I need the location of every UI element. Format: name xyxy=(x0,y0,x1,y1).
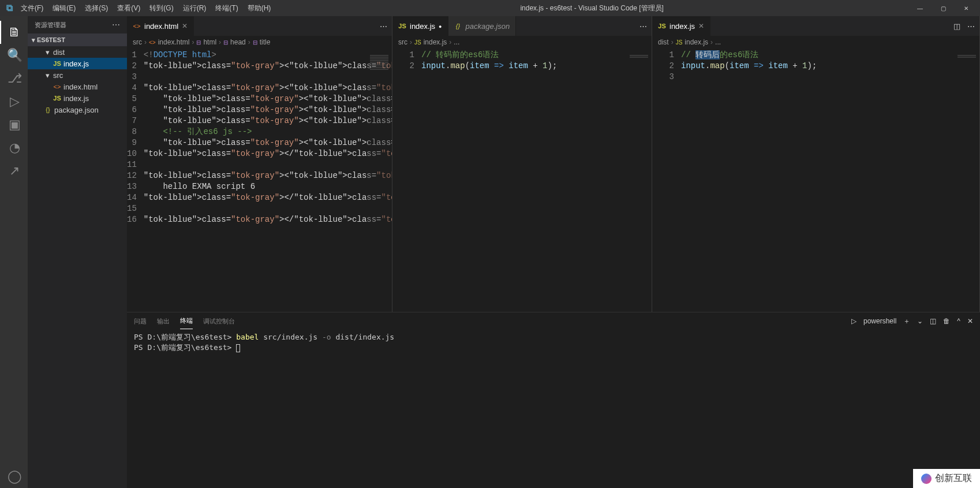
code-editor-3[interactable]: 123 // 转码后的es6语法input.map(item => item +… xyxy=(652,49,979,312)
crumb-indexjs[interactable]: JS index.js xyxy=(676,38,708,46)
menu-view[interactable]: 查看(V) xyxy=(113,1,145,16)
debug-icon[interactable]: ▷ xyxy=(0,90,28,113)
close-icon[interactable]: ✕ xyxy=(698,22,704,30)
panel-tab-debug[interactable]: 调试控制台 xyxy=(203,314,235,329)
editor-more-icon[interactable]: ⋯ xyxy=(380,22,387,31)
breadcrumbs-2[interactable]: src› JS index.js› ... xyxy=(392,36,652,49)
panel-close-icon[interactable]: ✕ xyxy=(967,317,973,325)
menu-terminal[interactable]: 终端(T) xyxy=(211,1,242,16)
panel-tab-terminal[interactable]: 终端 xyxy=(180,313,193,329)
terminal-trash-icon[interactable]: 🗑 xyxy=(943,317,950,325)
minimap-2[interactable] xyxy=(627,49,650,312)
modified-dot-icon[interactable] xyxy=(439,22,442,30)
crumb-more[interactable]: ... xyxy=(715,38,721,46)
accounts-icon[interactable]: ◯ xyxy=(0,465,28,488)
activity-bar: 🗎 🔍 ⎇ ▷ ▣ ◔ ↗ ◯ xyxy=(0,16,28,488)
code-editor-1[interactable]: 12345678910111213141516 <!DOCTYPE html>"… xyxy=(127,49,392,312)
menu-file[interactable]: 文件(F) xyxy=(16,1,48,16)
crumb-src[interactable]: src xyxy=(398,38,407,46)
minimap-1[interactable] xyxy=(368,49,391,312)
bottom-panel: 问题 输出 终端 调试控制台 ▷ powershell ＋ ⌄ ◫ 🗑 ^ ✕ … xyxy=(127,312,980,488)
editor-more-icon[interactable]: ⋯ xyxy=(967,22,975,31)
editor-more-icon[interactable]: ⋯ xyxy=(639,22,647,31)
file-src-indexjs[interactable]: JSindex.js xyxy=(28,92,127,104)
tabs-bar-1: <> index.html ✕ ⋯ xyxy=(127,16,392,36)
breadcrumbs-3[interactable]: dist› JS index.js› ... xyxy=(652,36,979,49)
crumb-indexjs[interactable]: JS index.js xyxy=(414,38,447,46)
sidebar-explorer: 资源管理器 ⋯ ▾ES6TEST ▾dist JSindex.js ▾src <… xyxy=(28,16,127,488)
crumb-dist[interactable]: dist xyxy=(658,38,669,46)
editor-group-2: JS index.js {} package.json ⋯ src› JS in… xyxy=(392,16,652,312)
code-lines-3[interactable]: // 转码后的es6语法input.map(item => item + 1); xyxy=(681,49,979,312)
close-button[interactable]: ✕ xyxy=(955,0,978,16)
js-icon: JS xyxy=(658,23,666,29)
split-editor-icon[interactable]: ◫ xyxy=(953,22,960,31)
sidebar-title: 资源管理器 xyxy=(35,21,66,29)
title-bar: ⧉ 文件(F) 编辑(E) 选择(S) 查看(V) 转到(G) 运行(R) 终端… xyxy=(0,0,980,16)
tabs-bar-2: JS index.js {} package.json ⋯ xyxy=(392,16,652,36)
remote-icon[interactable]: ◔ xyxy=(0,136,28,159)
html-icon: <> xyxy=(133,23,141,29)
tabs-bar-3: JS index.js ✕ ◫ ⋯ xyxy=(652,16,979,36)
window-title: index.js - es6test - Visual Studio Code … xyxy=(275,3,908,13)
code-lines-1[interactable]: <!DOCTYPE html>"tok-lblue">class="tok-gr… xyxy=(144,49,392,312)
folder-src[interactable]: ▾src xyxy=(28,69,127,81)
html-icon: <> xyxy=(53,83,61,90)
crumb-title[interactable]: ⊟title xyxy=(253,38,271,46)
search-icon[interactable]: 🔍 xyxy=(0,44,28,67)
menu-edit[interactable]: 编辑(E) xyxy=(48,1,80,16)
crumb-head[interactable]: ⊟head xyxy=(223,38,246,46)
vscode-logo: ⧉ xyxy=(2,3,16,13)
folder-dist[interactable]: ▾dist xyxy=(28,46,127,58)
json-icon: {} xyxy=(44,106,52,113)
sidebar-header: 资源管理器 ⋯ xyxy=(28,16,127,33)
terminal-launch-icon[interactable]: ▷ xyxy=(851,317,856,325)
gutter-2: 12 xyxy=(392,49,421,312)
editor-group-1: <> index.html ✕ ⋯ src› <>index.html› ⊟ht… xyxy=(127,16,392,312)
crumb-indexhtml[interactable]: <>index.html xyxy=(149,38,189,46)
code-lines-2[interactable]: // 转码前的es6语法input.map(item => item + 1); xyxy=(421,49,652,312)
watermark-icon xyxy=(921,474,932,484)
tab-packagejson[interactable]: {} package.json xyxy=(448,16,517,36)
gutter-1: 12345678910111213141516 xyxy=(127,49,144,312)
menu-bar: 文件(F) 编辑(E) 选择(S) 查看(V) 转到(G) 运行(R) 终端(T… xyxy=(16,1,275,16)
js-icon: JS xyxy=(53,95,61,102)
code-editor-2[interactable]: 12 // 转码前的es6语法input.map(item => item + … xyxy=(392,49,652,312)
menu-select[interactable]: 选择(S) xyxy=(80,1,113,16)
js-icon: JS xyxy=(398,23,406,29)
file-dist-indexjs[interactable]: JSindex.js xyxy=(28,58,127,69)
terminal[interactable]: PS D:\前端复习\es6test> babel src/index.js -… xyxy=(127,330,980,488)
tab-src-indexjs[interactable]: JS index.js xyxy=(392,16,448,36)
terminal-dropdown-icon[interactable]: ⌄ xyxy=(917,317,923,325)
share-icon[interactable]: ↗ xyxy=(0,159,28,182)
json-icon: {} xyxy=(454,23,462,29)
files-icon[interactable]: 🗎 xyxy=(0,21,28,44)
crumb-html[interactable]: ⊟html xyxy=(196,38,216,46)
file-packagejson[interactable]: {}package.json xyxy=(28,104,127,116)
terminal-label[interactable]: powershell xyxy=(863,317,896,325)
minimize-button[interactable]: — xyxy=(908,0,932,16)
menu-goto[interactable]: 转到(G) xyxy=(145,1,178,16)
breadcrumbs-1[interactable]: src› <>index.html› ⊟html› ⊟head› ⊟title xyxy=(127,36,392,49)
crumb-src[interactable]: src xyxy=(133,38,142,46)
panel-tab-problems[interactable]: 问题 xyxy=(134,314,147,329)
panel-tab-output[interactable]: 输出 xyxy=(157,314,170,329)
workspace-root[interactable]: ▾ES6TEST xyxy=(28,33,127,46)
close-icon[interactable]: ✕ xyxy=(182,22,188,30)
menu-run[interactable]: 运行(R) xyxy=(178,1,211,16)
sidebar-more-icon[interactable]: ⋯ xyxy=(112,20,120,29)
file-src-indexhtml[interactable]: <>index.html xyxy=(28,81,127,92)
extensions-icon[interactable]: ▣ xyxy=(0,113,28,136)
menu-help[interactable]: 帮助(H) xyxy=(243,1,276,16)
terminal-add-icon[interactable]: ＋ xyxy=(903,316,910,326)
terminal-split-icon[interactable]: ◫ xyxy=(930,317,936,325)
watermark-badge: 创新互联 xyxy=(913,469,980,488)
watermark-label: 创新互联 xyxy=(935,472,972,485)
terminal-max-icon[interactable]: ^ xyxy=(957,317,960,325)
tab-indexhtml[interactable]: <> index.html ✕ xyxy=(127,16,194,36)
scm-icon[interactable]: ⎇ xyxy=(0,67,28,90)
maximize-button[interactable]: ▢ xyxy=(932,0,955,16)
minimap-3[interactable] xyxy=(955,49,978,312)
crumb-more[interactable]: ... xyxy=(454,38,459,46)
tab-dist-indexjs[interactable]: JS index.js ✕ xyxy=(652,16,710,36)
